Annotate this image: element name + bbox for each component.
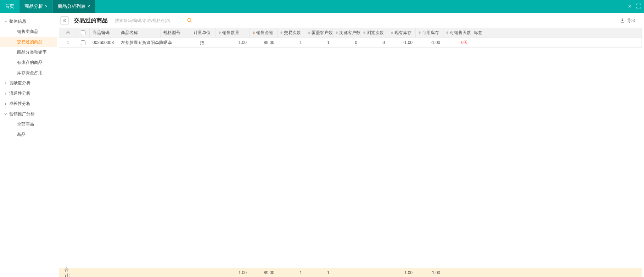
chevron-right-icon: [4, 81, 8, 86]
table-header: 商品编码 商品名称 规格型号 计量单位 销售数量 销售金额 交易次数 覆盖客户数…: [59, 28, 642, 38]
td-days: 0天: [443, 38, 471, 47]
search-input[interactable]: [114, 17, 185, 24]
tf-label: 合计:: [59, 268, 77, 277]
sidebar-item-stock-funds[interactable]: 库存资金占用: [0, 68, 57, 78]
td-code: 002600003: [90, 38, 118, 47]
close-icon[interactable]: ×: [45, 4, 47, 9]
td-cov: 1: [305, 38, 333, 47]
close-icon[interactable]: ×: [88, 4, 90, 9]
sidebar-item-category-rate[interactable]: 商品分类动销率: [0, 47, 57, 57]
td-amt: 89.00: [250, 38, 278, 47]
th-days[interactable]: 可销售天数: [443, 28, 471, 38]
fullscreen-icon[interactable]: [636, 4, 641, 10]
td-checkbox: [77, 38, 90, 47]
sort-icon: [308, 31, 310, 34]
sidebar-group-label: 贡献度分析: [9, 80, 30, 86]
tabbar: 首页 商品分析× 商品分析列表× ×: [0, 0, 644, 13]
sort-icon: [363, 31, 365, 34]
chevron-right-icon: [4, 101, 8, 106]
chevron-down-icon: [4, 19, 8, 24]
table-row: 1 002600003 左都胶囊五折遮阳伞防晒伞 把 1.00 89.00 1 …: [59, 38, 642, 47]
chevron-right-icon: [4, 91, 8, 96]
tab-label: 商品分析: [24, 3, 43, 10]
collapse-sidebar-button[interactable]: [60, 16, 69, 25]
sort-icon: [336, 31, 338, 34]
tab-product-analysis[interactable]: 商品分析×: [19, 0, 53, 13]
row-checkbox[interactable]: [81, 40, 85, 45]
th-tag[interactable]: 标签: [471, 28, 642, 38]
th-checkbox: [77, 28, 90, 38]
sort-icon: [219, 31, 221, 34]
td-unit: 把: [188, 38, 216, 47]
export-button[interactable]: 导出: [620, 18, 640, 24]
th-view[interactable]: 浏览次数: [360, 28, 388, 38]
sidebar-item-sales-products[interactable]: 销售类商品: [0, 27, 57, 37]
sidebar: 整体信息 销售类商品 交易过的商品 商品分类动销率 有库存的商品 库存资金占用 …: [0, 13, 57, 277]
th-code[interactable]: 商品编码: [90, 28, 118, 38]
sidebar-group-label: 流通性分析: [9, 90, 30, 96]
th-txn[interactable]: 交易次数: [278, 28, 305, 38]
sidebar-group-marketing[interactable]: 营销推广分析: [0, 109, 57, 119]
tf-qty: 1.00: [215, 268, 250, 277]
tab-product-analysis-list[interactable]: 商品分析列表×: [53, 0, 95, 13]
tf-view: [360, 268, 388, 277]
sort-icon: [391, 31, 393, 34]
th-spec[interactable]: 规格型号: [161, 28, 188, 38]
sort-icon: [280, 31, 282, 34]
export-label: 导出: [627, 18, 635, 24]
export-icon: [620, 18, 625, 23]
th-stk[interactable]: 现有库存: [388, 28, 416, 38]
td-txn: 1: [278, 38, 305, 47]
sidebar-group-label: 成长性分析: [9, 101, 30, 107]
th-settings[interactable]: [59, 28, 77, 38]
sidebar-group-label: 整体信息: [9, 18, 26, 24]
th-unit[interactable]: 计量单位: [188, 28, 216, 38]
sidebar-group-growth[interactable]: 成长性分析: [0, 99, 57, 109]
sort-icon: [419, 31, 421, 34]
tf-avl: -1.00: [415, 268, 443, 277]
th-name[interactable]: 商品名称: [118, 28, 161, 38]
gear-icon: [66, 30, 71, 36]
sidebar-item-traded-products[interactable]: 交易过的商品: [0, 37, 57, 47]
td-qty: 1.00: [216, 38, 250, 47]
data-table: 商品编码 商品名称 规格型号 计量单位 销售数量 销售金额 交易次数 覆盖客户数…: [59, 28, 642, 48]
th-cov[interactable]: 覆盖客户数: [305, 28, 333, 38]
th-qty[interactable]: 销售数量: [216, 28, 250, 38]
tab-label: 首页: [5, 3, 14, 10]
sidebar-group-circulation[interactable]: 流通性分析: [0, 88, 57, 99]
tf-cov: 1: [305, 268, 332, 277]
sort-icon: [446, 31, 448, 34]
td-stk: -1.00: [388, 38, 416, 47]
sidebar-group-contribution[interactable]: 贡献度分析: [0, 78, 57, 88]
tf-brw: [332, 268, 360, 277]
td-name: 左都胶囊五折遮阳伞防晒伞: [118, 38, 161, 47]
td-index: 1: [59, 38, 77, 47]
sidebar-group-overall[interactable]: 整体信息: [0, 16, 57, 27]
page-title: 交易过的商品: [74, 17, 108, 24]
td-avl: -1.00: [416, 38, 443, 47]
td-view: 0: [360, 38, 388, 47]
tf-days: [443, 268, 471, 277]
sort-icon: [253, 31, 255, 34]
search-wrap: [114, 17, 192, 24]
sidebar-item-all-products[interactable]: 全部商品: [0, 119, 57, 129]
th-avl[interactable]: 可用库存: [416, 28, 443, 38]
td-spec: [161, 38, 188, 47]
main: 交易过的商品 导出 商品编码 商品名称 规格型号 计量单: [57, 13, 644, 277]
th-brw[interactable]: 浏览客户数: [333, 28, 360, 38]
tab-label: 商品分析列表: [58, 3, 85, 10]
search-icon[interactable]: [187, 18, 192, 24]
select-all-checkbox[interactable]: [81, 31, 85, 35]
tf-txn: 1: [277, 268, 305, 277]
td-tag: [471, 38, 642, 47]
titlebar: 交易过的商品 导出: [57, 15, 644, 28]
sidebar-item-new-products[interactable]: 新品: [0, 129, 57, 140]
table-footer: 合计: 1.00 89.00 1 1 -1.00 -1.00: [59, 268, 642, 277]
sidebar-item-in-stock[interactable]: 有库存的商品: [0, 57, 57, 68]
tabbar-actions: ×: [628, 0, 644, 13]
td-brw[interactable]: 0: [333, 38, 360, 47]
th-amt[interactable]: 销售金额: [250, 28, 278, 38]
svg-point-1: [67, 32, 69, 33]
close-all-icon[interactable]: ×: [628, 3, 631, 10]
tab-home[interactable]: 首页: [0, 0, 19, 13]
